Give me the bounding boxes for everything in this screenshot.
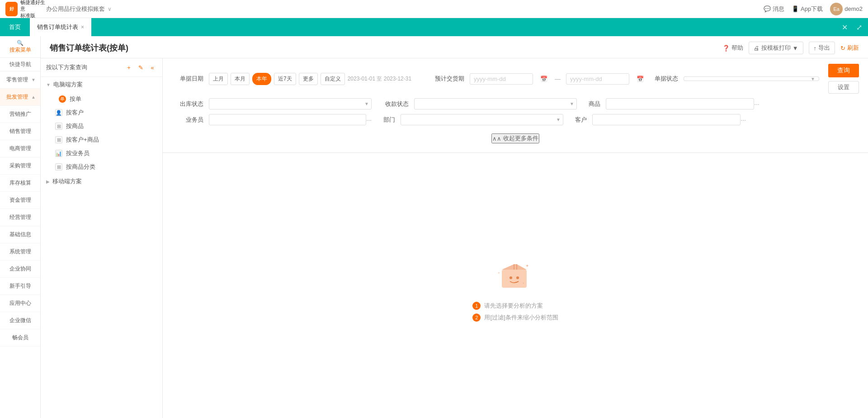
receipt-status-select[interactable] <box>414 98 577 109</box>
sidebar-search[interactable]: 🔍 搜索菜单 <box>0 36 40 58</box>
sidebar-item-operation[interactable]: 经营管理 <box>0 209 40 226</box>
tree-child-label: 按客户 <box>66 109 84 117</box>
shipment-status-select[interactable] <box>209 98 372 109</box>
sidebar-shortcut-nav[interactable]: 快捷导航 <box>0 58 40 71</box>
date-btn-last-month[interactable]: 上月 <box>209 73 228 85</box>
tree-child-by-order[interactable]: 单 按单 <box>41 92 162 106</box>
tree-parent-label: 电脑端方案 <box>53 81 83 89</box>
department-select-wrapper: ▼ <box>401 114 563 125</box>
help-button[interactable]: ❓ 帮助 <box>722 44 743 52</box>
logo-area: 好 畅捷通好生意 标准版 <box>5 0 46 19</box>
sidebar-item-ecommerce[interactable]: 电商管理 <box>0 140 40 157</box>
salesperson-input[interactable] <box>209 114 366 125</box>
sidebar-item-purchase[interactable]: 采购管理 <box>0 157 40 175</box>
message-icon: 💬 <box>764 5 771 12</box>
date-btn-custom[interactable]: 自定义 <box>321 73 345 85</box>
export-button[interactable]: ↑ 导出 <box>809 42 835 54</box>
svg-rect-0 <box>502 270 527 288</box>
filter-row-1: 单据日期 上月 本月 本年 近7天 更多 自定义 2023-01-01 至 20… <box>172 64 859 94</box>
sidebar-item-member[interactable]: 畅会员 <box>0 329 40 347</box>
page-header: 销售订单统计表(按单) ❓ 帮助 🖨 按模板打印 ▼ ↑ 导出 ↻ 刷新 <box>41 36 868 58</box>
tree-child-label: 按业务员 <box>66 149 90 157</box>
delivery-date-start-input[interactable] <box>470 73 533 85</box>
tab-home[interactable]: 首页 <box>0 18 30 36</box>
search-icon: 🔍 <box>4 40 37 46</box>
receipt-status-select-wrapper: ▼ <box>414 98 577 109</box>
sidebar-item-finance[interactable]: 资金管理 <box>0 192 40 209</box>
filter-row-3: 业务员 ··· 部门 ▼ 客户 <box>172 114 859 125</box>
delivery-date-end-input[interactable] <box>566 73 629 85</box>
product-label: 商品 <box>582 100 600 108</box>
chevron-down-icon: ▼ <box>811 76 815 81</box>
sidebar-item-newbie[interactable]: 新手引导 <box>0 278 40 295</box>
messages-button[interactable]: 💬 消息 <box>764 5 784 13</box>
window-maximize-icon[interactable]: ⤢ <box>854 22 864 33</box>
product-more-icon[interactable]: ··· <box>754 100 760 108</box>
add-scheme-icon[interactable]: + <box>124 63 133 72</box>
tree-child-by-salesperson[interactable]: 📊 按业务员 <box>41 147 162 160</box>
tree-child-label: 按单 <box>70 95 81 103</box>
tab-close-icon[interactable]: × <box>81 24 84 30</box>
user-menu[interactable]: Ea demo2 <box>830 3 863 15</box>
tree-child-by-customer[interactable]: 👤 按客户 <box>41 106 162 119</box>
svg-text:✦: ✦ <box>525 263 529 268</box>
refresh-button[interactable]: ↻ 刷新 <box>840 44 859 52</box>
customer-input[interactable] <box>592 114 741 125</box>
tab-label: 销售订单统计表 <box>37 23 78 31</box>
sidebar-item-system[interactable]: 系统管理 <box>0 243 40 261</box>
date-btn-more[interactable]: 更多 <box>299 73 318 85</box>
refresh-icon: ↻ <box>840 45 845 52</box>
sidebar-item-retail[interactable]: 零售管理 ▼ <box>0 71 40 89</box>
date-range-display: 2023-01-01 至 2023-12-31 <box>348 75 411 83</box>
tree-parent-mobile[interactable]: ▶ 移动端方案 <box>41 174 162 189</box>
sidebar-item-inventory[interactable]: 库存核算 <box>0 175 40 192</box>
svg-point-5 <box>516 276 519 279</box>
tree-parent-pc[interactable]: ▼ 电脑端方案 <box>41 77 162 92</box>
sidebar-item-appstore[interactable]: 应用中心 <box>0 295 40 312</box>
tab-sales-order[interactable]: 销售订单统计表 × <box>30 18 91 36</box>
settings-button[interactable]: 设置 <box>828 81 859 94</box>
date-dash: — <box>555 76 561 82</box>
empty-hint-1: 1 请先选择要分析的方案 <box>472 302 558 310</box>
by-customer-product-icon: ⊞ <box>55 136 62 143</box>
sidebar-item-base[interactable]: 基础信息 <box>0 226 40 243</box>
content-area: 销售订单统计表(按单) ❓ 帮助 🖨 按模板打印 ▼ ↑ 导出 ↻ 刷新 <box>41 36 868 418</box>
right-panel: 单据日期 上月 本月 本年 近7天 更多 自定义 2023-01-01 至 20… <box>163 58 868 418</box>
sidebar-item-sales[interactable]: 销售管理 <box>0 123 40 140</box>
customer-label: 客户 <box>569 116 587 124</box>
sidebar-item-wechat[interactable]: 企业微信 <box>0 312 40 329</box>
calendar-icon-start[interactable]: 📅 <box>540 76 547 82</box>
print-template-button[interactable]: 🖨 按模板打印 ▼ <box>749 42 803 54</box>
app-download-button[interactable]: 📱 App下载 <box>792 5 823 13</box>
query-button[interactable]: 查询 <box>828 64 859 77</box>
bill-status-label: 单据状态 <box>651 75 678 83</box>
edit-scheme-icon[interactable]: ✎ <box>136 63 145 72</box>
filter-section: 单据日期 上月 本月 本年 近7天 更多 自定义 2023-01-01 至 20… <box>163 58 868 153</box>
customer-more-icon[interactable]: ··· <box>741 116 746 124</box>
tree-child-by-category[interactable]: ⊞ 按商品分类 <box>41 160 162 174</box>
avatar: Ea <box>830 3 843 15</box>
left-panel: 按以下方案查询 + ✎ « ▼ 电脑端方案 单 按单 👤 按客户 <box>41 58 163 418</box>
bill-status-select[interactable]: ▼ <box>684 76 819 81</box>
salesperson-more-icon[interactable]: ··· <box>366 116 372 124</box>
tree-child-by-product[interactable]: ⊞ 按商品 <box>41 119 162 133</box>
date-btn-this-month[interactable]: 本月 <box>231 73 250 85</box>
sidebar-item-enterprise[interactable]: 企业协同 <box>0 261 40 278</box>
date-btn-last-7days[interactable]: 近7天 <box>274 73 296 85</box>
window-close-icon[interactable]: ✕ <box>839 22 850 33</box>
tree-child-by-customer-product[interactable]: ⊞ 按客户+商品 <box>41 133 162 147</box>
print-icon: 🖨 <box>754 45 760 52</box>
sidebar-item-marketing[interactable]: 营销推广 <box>0 106 40 123</box>
hint-num-1: 1 <box>472 302 481 310</box>
by-order-icon: 单 <box>59 95 66 103</box>
date-btn-this-year[interactable]: 本年 <box>252 73 271 85</box>
app-icon: 📱 <box>792 5 799 12</box>
export-icon: ↑ <box>814 45 817 52</box>
collapse-button[interactable]: ∧∧ 收起更多条件 <box>491 133 539 143</box>
department-select[interactable] <box>401 114 563 125</box>
product-input[interactable] <box>606 98 754 109</box>
sidebar-item-wholesale[interactable]: 批发管理 ▲ <box>0 89 40 106</box>
tree-child-label: 按客户+商品 <box>66 136 99 144</box>
calendar-icon-end[interactable]: 📅 <box>637 76 644 82</box>
collapse-left-panel-icon[interactable]: « <box>148 63 157 72</box>
